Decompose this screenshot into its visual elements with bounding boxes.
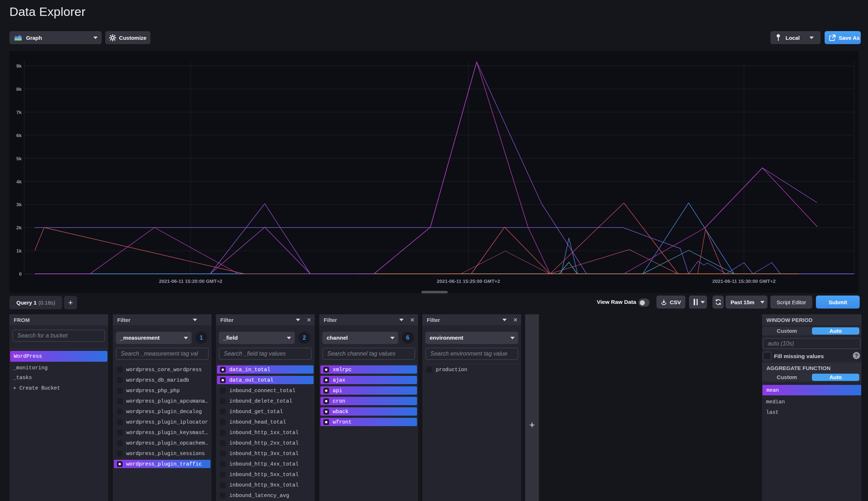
svg-text:7k: 7k	[16, 110, 22, 115]
svg-text:9k: 9k	[16, 63, 22, 69]
svg-text:3k: 3k	[16, 202, 22, 207]
svg-text:2021-06-11 15:25:00 GMT+2: 2021-06-11 15:25:00 GMT+2	[437, 279, 500, 284]
svg-text:6k: 6k	[16, 133, 22, 138]
svg-text:5k: 5k	[16, 156, 22, 161]
svg-text:1k: 1k	[16, 248, 22, 254]
svg-text:2021-06-11 15:30:00 GMT+2: 2021-06-11 15:30:00 GMT+2	[712, 279, 775, 284]
svg-text:0: 0	[19, 271, 22, 277]
svg-text:2k: 2k	[16, 225, 22, 230]
svg-text:2021-06-11 15:20:00 GMT+2: 2021-06-11 15:20:00 GMT+2	[159, 279, 222, 284]
svg-text:8k: 8k	[16, 86, 22, 92]
svg-text:4k: 4k	[16, 179, 22, 184]
